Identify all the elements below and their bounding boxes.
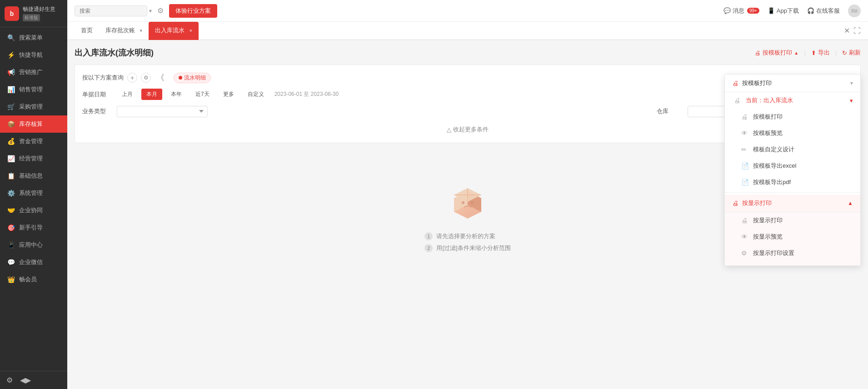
tab-close-button[interactable]: ✕ (844, 26, 850, 35)
tab-flow[interactable]: 出入库流水× (149, 22, 198, 40)
empty-illustration (445, 178, 490, 223)
corp-collab-icon: 🤝 (6, 207, 15, 214)
sidebar-item-sys-mgmt[interactable]: ⚙️ 系统管理 (0, 185, 67, 202)
sidebar-item-label: 新手引导 (19, 224, 43, 232)
display-export-excel-item[interactable]: 📄 按显示导出excel (725, 261, 860, 265)
template-print-section-header[interactable]: 🖨 按模板打印 ▾ (725, 75, 860, 92)
display-print-section-header[interactable]: 🖨 按显示打印 ▲ (725, 194, 860, 212)
topbar-search-dropdown-icon[interactable]: ▾ (149, 8, 152, 14)
refresh-button[interactable]: ↻ 刷新 (842, 49, 861, 57)
display-preview-item[interactable]: 👁 按显示预览 (725, 229, 860, 245)
template-section-chevron-icon: ▾ (850, 80, 853, 86)
app-center-icon: 📱 (6, 241, 15, 249)
sidebar-item-app-center[interactable]: 📱 应用中心 (0, 236, 67, 254)
sidebar-item-label: 库存核算 (19, 120, 43, 128)
quick-nav-icon: ⚡ (6, 51, 15, 59)
refresh-icon: ↻ (842, 50, 847, 56)
sidebar-item-purchase[interactable]: 🛒 采购管理 (0, 98, 67, 115)
message-button[interactable]: 💬 消息 99+ (723, 7, 759, 15)
sales-icon: 📊 (6, 86, 15, 93)
logo-icon: b (5, 6, 19, 21)
empty-step-2: 2 用[过滤]条件来缩小分析范围 (424, 244, 510, 252)
filter-collapse-button[interactable]: 《 (155, 71, 166, 84)
sidebar-item-operation[interactable]: 📈 经营管理 (0, 150, 67, 167)
app-badge: 标准版 (23, 14, 40, 21)
template-preview-item[interactable]: 👁 按模板预览 (725, 125, 860, 141)
tabbar: 首页库存批次账×出入库流水× ✕ ⛶ (67, 22, 868, 40)
sidebar-item-label: 畅会员 (19, 275, 37, 284)
corp-wechat-icon: 💬 (6, 259, 15, 266)
template-export-excel-item[interactable]: 📄 按模板导出excel (725, 158, 860, 174)
sidebar-item-label: 快捷导航 (19, 51, 43, 59)
sidebar-item-search[interactable]: 🔍 搜索菜单 (0, 29, 67, 46)
online-service-button[interactable]: 🎧 在线客服 (807, 7, 840, 15)
app-download-button[interactable]: 📱 App下载 (768, 7, 799, 15)
tab-close-icon[interactable]: × (140, 28, 142, 33)
filter-add-button[interactable]: + (127, 73, 137, 83)
sidebar-item-corp-wechat[interactable]: 💬 企业微信 (0, 254, 67, 271)
marketing-icon: 📢 (6, 69, 15, 76)
sidebar-footer: ⚙ ◀▶ (0, 371, 67, 389)
member-icon: 👑 (6, 276, 15, 283)
chevron-down-icon: ▾ (850, 97, 853, 104)
display-print-icon: 🖨 (741, 217, 748, 224)
sidebar-item-member[interactable]: 👑 畅会员 (0, 271, 67, 288)
display-preview-icon: 👁 (741, 233, 748, 240)
display-print-section-icon: 🖨 (732, 199, 738, 207)
display-print-item[interactable]: 🖨 按显示打印 (725, 212, 860, 229)
filter-section-label: 按以下方案查询 (82, 74, 124, 82)
template-print-icon: 🖨 (741, 113, 748, 120)
sidebar-item-label: 系统管理 (19, 189, 43, 197)
sidebar-item-sales[interactable]: 📊 销售管理 (0, 81, 67, 98)
biz-type-select[interactable] (117, 106, 208, 117)
date-quick-more[interactable]: 更多 (218, 89, 239, 100)
date-quick-7-days[interactable]: 近7天 (190, 89, 215, 100)
sidebar-item-basic-info[interactable]: 📋 基础信息 (0, 167, 67, 185)
template-pdf-icon: 📄 (741, 179, 748, 186)
tab-batch-account[interactable]: 库存批次账× (99, 22, 149, 40)
template-customize-item[interactable]: ✏ 模板自定义设计 (725, 141, 860, 158)
template-print-item[interactable]: 🖨 按模板打印 (725, 109, 860, 125)
collapse-icon[interactable]: ◀▶ (20, 376, 31, 384)
export-icon: ⬆ (811, 50, 816, 56)
sidebar-item-corp-collab[interactable]: 🤝 企业协同 (0, 202, 67, 219)
display-section-chevron-icon: ▲ (848, 200, 853, 206)
sidebar-item-label: 资金管理 (19, 137, 43, 145)
tab-label: 首页 (81, 26, 93, 35)
tab-expand-button[interactable]: ⛶ (853, 27, 861, 35)
tab-close-icon[interactable]: × (189, 28, 192, 33)
current-template-item[interactable]: 🖨 当前：出入库流水 ▾ (725, 92, 860, 109)
inventory-icon: 📦 (6, 120, 15, 128)
sidebar-item-quick-nav[interactable]: ⚡ 快捷导航 (0, 46, 67, 64)
filter-settings-button[interactable]: ⚙ (141, 73, 151, 83)
settings-icon[interactable]: ⚙ (6, 376, 13, 384)
print-template-button[interactable]: 🖨 按模板打印 ▲ (755, 49, 798, 57)
sidebar-item-label: 销售管理 (19, 85, 43, 94)
template-export-pdf-item[interactable]: 📄 按模板导出pdf (725, 174, 860, 190)
user-avatar[interactable]: Rit (848, 5, 861, 17)
date-quick-this-month[interactable]: 本月 (141, 89, 162, 100)
main-content: ▾ ⚙ 体验行业方案 💬 消息 99+ 📱 App下载 🎧 在线客服 Rit (67, 0, 868, 389)
beginner-icon: 🎯 (6, 224, 15, 231)
date-quick-custom[interactable]: 自定义 (243, 89, 269, 100)
tab-home[interactable]: 首页 (75, 22, 99, 40)
sidebar-item-finance[interactable]: 💰 资金管理 (0, 133, 67, 150)
industry-solution-button[interactable]: 体验行业方案 (169, 4, 217, 18)
svg-point-6 (462, 201, 464, 204)
topbar-gear-icon[interactable]: ⚙ (157, 6, 164, 15)
export-button[interactable]: ⬆ 导出 (811, 49, 830, 57)
sidebar-item-inventory[interactable]: 📦 库存核算 (0, 115, 67, 133)
topbar-search-input[interactable] (75, 5, 147, 16)
svg-point-7 (471, 201, 474, 204)
sidebar-item-beginner[interactable]: 🎯 新手引导 (0, 219, 67, 236)
template-preview-icon: 👁 (741, 130, 748, 137)
warehouse-label: 仓库 (657, 107, 684, 115)
date-quick-last-month[interactable]: 上月 (117, 89, 138, 100)
sidebar-nav: 🔍 搜索菜单 ⚡ 快捷导航 📢 营销推广 📊 销售管理 🛒 采购管理 📦 库存核… (0, 27, 67, 371)
sidebar-item-label: 应用中心 (19, 241, 43, 249)
tab-label: 库存批次账 (105, 26, 135, 35)
sidebar-item-marketing[interactable]: 📢 营销推广 (0, 64, 67, 81)
sidebar-item-label: 营销推广 (19, 68, 43, 76)
date-quick-this-year[interactable]: 本年 (166, 89, 187, 100)
display-print-settings-item[interactable]: ⚙ 按显示打印设置 (725, 245, 860, 261)
